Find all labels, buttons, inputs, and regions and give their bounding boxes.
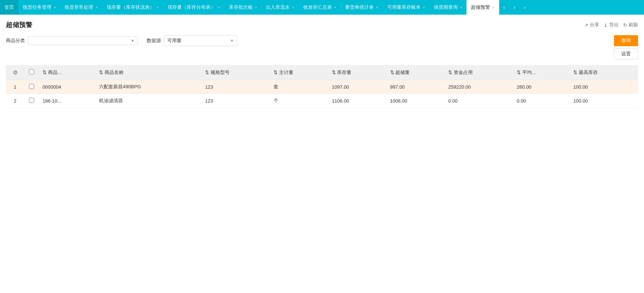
nav-inout-flow[interactable]: 出入库流水 ×	[261, 0, 299, 15]
row-goods-code: 0000004	[39, 80, 95, 94]
nav-exception[interactable]: 拣货异常处理 ×	[60, 0, 102, 15]
page-header: 超储预警 ↗ 分享 ⤓ 导出 ↻ 刷新	[6, 21, 638, 29]
row-stock: 1097.00	[328, 80, 387, 94]
close-icon[interactable]: ×	[292, 5, 294, 10]
table-row: 2 186-10... 机油滤清器 123 个 1106.00 1006.00 …	[6, 94, 638, 108]
nav-stock-dist[interactable]: 现存量（库存分布表） ×	[163, 0, 224, 15]
row-capital: 0.00	[444, 94, 513, 108]
share-icon: ↗	[584, 22, 588, 28]
chevron-down-icon: ▼	[230, 38, 234, 43]
refresh-icon: ↻	[623, 22, 627, 28]
row-check[interactable]	[24, 80, 39, 94]
refresh-button[interactable]: ↻ 刷新	[623, 22, 638, 28]
nav-right-arrow[interactable]: ›	[509, 0, 520, 15]
datasource-select[interactable]: 可用量 ▼	[164, 35, 237, 46]
row-index: 2	[6, 94, 24, 108]
row-max-stock: 100.00	[570, 94, 638, 108]
th-max-stock: ⇅ 最高库存	[570, 65, 638, 80]
close-icon[interactable]: ×	[334, 5, 336, 10]
data-table: ⚙ ⇅ 商品... ⇅ 商品名称 ⇅ 规格型号 ⇅	[6, 65, 638, 108]
row-goods-name: 机油滤清器	[95, 94, 201, 108]
settings-button[interactable]: 设置	[614, 48, 638, 59]
nav-batch-account[interactable]: 库存批次账 ×	[224, 0, 261, 15]
th-avg: ⇅ 平均...	[513, 65, 570, 80]
th-goods-name: ⇅ 商品名称	[95, 65, 201, 80]
category-select[interactable]: ▼	[28, 36, 138, 45]
gear-icon[interactable]: ⚙	[13, 69, 18, 75]
row-avg: 0.00	[513, 94, 570, 108]
row-goods-name: 六配套新昌490BPG	[95, 80, 201, 94]
nav-order-stats[interactable]: 要货单统计表 ×	[341, 0, 383, 15]
th-unit: ⇅ 主计量	[270, 65, 328, 80]
share-button[interactable]: ↗ 分享	[584, 22, 599, 28]
close-icon[interactable]: ×	[255, 5, 257, 10]
select-all-checkbox[interactable]	[29, 69, 34, 74]
row-goods-code: 186-10...	[39, 94, 95, 108]
nav-expiry-query[interactable]: 保质期查询 ×	[429, 0, 466, 15]
th-stock: ⇅ 库存量	[328, 65, 387, 80]
page-content: 超储预警 ↗ 分享 ⤓ 导出 ↻ 刷新 商品分类 ▼	[0, 15, 644, 293]
row-over-stock: 1006.00	[387, 94, 445, 108]
row-checkbox[interactable]	[29, 98, 34, 103]
navbar: 首页 拣货任务管理 × 拣货异常处理 × 现存量（库存状况表） × 现存量（库存…	[0, 0, 644, 15]
row-stock: 1106.00	[328, 94, 387, 108]
row-check[interactable]	[24, 94, 39, 108]
th-over-stock: ⇅ 超储量	[387, 65, 445, 80]
close-icon[interactable]: ×	[376, 5, 378, 10]
row-capital: 259220.00	[444, 80, 513, 94]
table-header-row: ⚙ ⇅ 商品... ⇅ 商品名称 ⇅ 规格型号 ⇅	[6, 65, 638, 80]
datasource-label: 数据源	[147, 37, 161, 44]
nav-available-stock[interactable]: 可用量库存账本 ×	[383, 0, 429, 15]
row-max-stock: 100.00	[570, 80, 638, 94]
th-check	[24, 65, 39, 80]
th-capital: ⇅ 资金占用	[444, 65, 513, 80]
export-button[interactable]: ⤓ 导出	[604, 22, 619, 28]
page-title: 超储预警	[6, 21, 32, 29]
category-label: 商品分类	[6, 37, 25, 44]
table-row: 1 0000004 六配套新昌490BPG 123 套 1097.00 997.…	[6, 80, 638, 94]
row-avg: 260.00	[513, 80, 570, 94]
row-unit: 套	[270, 80, 328, 94]
datasource-filter-group: 数据源 可用量 ▼	[147, 35, 237, 46]
nav-receipt-summary[interactable]: 收发存汇总表 ×	[299, 0, 341, 15]
row-over-stock: 997.00	[387, 80, 445, 94]
row-index: 1	[6, 80, 24, 94]
th-spec: ⇅ 规格型号	[201, 65, 270, 80]
nav-home[interactable]: 首页	[0, 0, 18, 15]
nav-left-arrow[interactable]: ‹	[499, 0, 509, 15]
th-goods-code: ⇅ 商品...	[39, 65, 95, 80]
row-unit: 个	[270, 94, 328, 108]
nav-expand-arrow[interactable]: ›	[520, 0, 530, 15]
close-icon[interactable]: ×	[423, 5, 425, 10]
export-icon: ⤓	[604, 22, 608, 28]
close-icon[interactable]: ×	[95, 5, 98, 10]
query-button[interactable]: 查询	[614, 35, 638, 46]
nav-task-mgmt[interactable]: 拣货任务管理 ×	[18, 0, 60, 15]
chevron-down-icon: ▼	[131, 38, 135, 43]
nav-overstock-warning[interactable]: 超储预警 ×	[466, 0, 499, 15]
filter-buttons: 查询 设置	[614, 35, 638, 59]
header-actions: ↗ 分享 ⤓ 导出 ↻ 刷新	[584, 22, 638, 28]
row-checkbox[interactable]	[29, 84, 34, 89]
nav-stock-status[interactable]: 现存量（库存状况表） ×	[102, 0, 163, 15]
row-spec: 123	[201, 94, 270, 108]
close-icon[interactable]: ×	[460, 5, 462, 10]
close-icon[interactable]: ×	[217, 5, 220, 10]
row-spec: 123	[201, 80, 270, 94]
close-icon[interactable]: ×	[54, 5, 56, 10]
close-icon[interactable]: ×	[492, 5, 494, 10]
th-gear: ⚙	[6, 65, 24, 80]
close-icon[interactable]: ×	[157, 5, 159, 10]
category-filter-group: 商品分类 ▼	[6, 36, 138, 45]
